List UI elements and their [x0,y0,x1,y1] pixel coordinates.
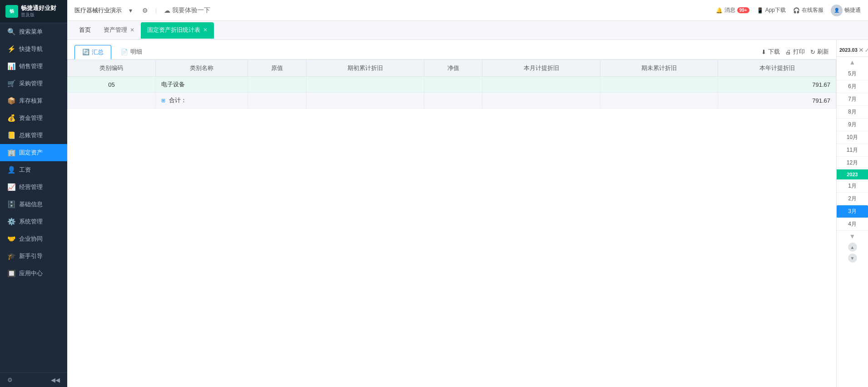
sidebar-item-payroll[interactable]: 👤 工资 [0,161,67,179]
notifications-btn[interactable]: 🔔 消息 99+ [716,6,749,14]
book-icon: 📒 [7,131,15,139]
tab-depreciation-report[interactable]: 固定资产折旧统计表 ✕ [141,22,214,39]
row-acc-dep [306,77,424,93]
panel-close-btn[interactable]: ✕ [858,46,864,54]
app-title: 畅捷通好业财 [21,5,56,12]
sidebar-item-enterprise[interactable]: 🤝 企业协同 [0,230,67,248]
month-6[interactable]: 6月 [837,80,868,93]
panel-circle-up-btn[interactable]: ▲ [848,243,857,252]
total-annual: 791.67 [718,93,836,109]
panel-scroll-up-btn[interactable]: ▲ [848,57,858,68]
document-icon: 📄 [121,49,128,55]
panel-circle-down-btn[interactable]: ▼ [848,253,857,263]
sidebar-item-label: 经营管理 [19,183,43,191]
sidebar-item-quick-nav[interactable]: ⚡ 快捷导航 [0,40,67,58]
collapse-icon[interactable]: ◀◀ [51,377,60,383]
panel-scroll-down-btn[interactable]: ▼ [848,231,858,242]
sidebar: 畅 畅捷通好业财 普及版 🔍 搜索菜单 ⚡ 快捷导航 📊 销售管理 🛒 采购管理… [0,0,67,387]
panel-expand-btn[interactable]: ⤢ [865,47,868,53]
sub-tab-detail[interactable]: 📄 明细 [113,45,150,59]
company-dropdown-btn[interactable]: ▾ [126,5,135,16]
sidebar-item-label: 应用中心 [19,269,43,278]
row-net [424,77,482,93]
building-icon: 🏢 [7,149,15,157]
print-icon: 🖨 [785,49,791,55]
sidebar-item-label: 系统管理 [19,218,43,226]
sidebar-item-ledger[interactable]: 📒 总账管理 [0,127,67,144]
refresh-icon: 🔄 [82,49,89,55]
divider: | [155,7,157,14]
total-label: ⊞ 合计： [155,93,248,109]
download-btn[interactable]: ⬇ 下载 [761,48,780,56]
col-header-acc-dep: 期初累计折旧 [306,60,424,77]
col-header-original: 原值 [248,60,306,77]
cart-icon: 🛒 [7,79,15,88]
sidebar-item-sales[interactable]: 📊 销售管理 [0,58,67,75]
refresh-btn[interactable]: ↻ 刷新 [810,48,829,56]
settings-btn[interactable]: ⚙ [139,5,151,16]
col-header-annual: 本年计提折旧 [718,60,836,77]
sub-tabs: 🔄 汇总 📄 明细 [74,45,150,59]
sidebar-item-fixed-assets[interactable]: 🏢 固定资产 [0,144,67,161]
month-2[interactable]: 2月 [837,193,868,205]
experience-btn[interactable]: ☁ 我要体验一下 [161,5,213,16]
row-end-acc [600,77,718,93]
app-download-btn[interactable]: 📱 App下载 [757,6,786,14]
total-net [424,93,482,109]
side-panel: 2023.03 ✕ ⤢ ▲ 5月 6月 7月 8月 9月 10月 11月 12月… [836,40,868,387]
month-9[interactable]: 9月 [837,119,868,131]
close-tab-depreciation[interactable]: ✕ [203,27,208,33]
sidebar-item-purchase[interactable]: 🛒 采购管理 [0,75,67,92]
month-7[interactable]: 7月 [837,93,868,106]
sidebar-item-search[interactable]: 🔍 搜索菜单 [0,23,67,40]
lightning-icon: ⚡ [7,45,15,53]
database-icon: 🗄️ [7,200,15,208]
chart-icon: 📊 [7,62,15,70]
sub-tab-summary[interactable]: 🔄 汇总 [74,45,111,60]
user-profile-btn[interactable]: 👤 畅捷通 [831,5,861,16]
money-icon: 💰 [7,114,15,122]
search-icon: 🔍 [7,28,15,36]
month-12[interactable]: 12月 [837,157,868,169]
month-5[interactable]: 5月 [837,68,868,80]
print-btn[interactable]: 🖨 打印 [785,48,805,56]
tabbar: 首页 资产管理 ✕ 固定资产折旧统计表 ✕ [67,21,868,40]
month-11[interactable]: 11月 [837,144,868,157]
sidebar-item-basics[interactable]: 🗄️ 基础信息 [0,196,67,213]
total-icon: ⊞ [161,98,165,103]
sidebar-item-label: 销售管理 [19,62,43,70]
month-4[interactable]: 4月 [837,218,868,231]
sidebar-item-system[interactable]: ⚙️ 系统管理 [0,213,67,230]
sub-tabbar: 🔄 汇总 📄 明细 ⬇ 下载 🖨 打印 [67,40,836,60]
col-header-code: 类别编码 [68,60,156,77]
notifications-badge: 99+ [737,7,749,13]
sidebar-item-inventory[interactable]: 📦 库存核算 [0,92,67,109]
month-3[interactable]: 3月 [837,205,868,218]
total-original [248,93,306,109]
sidebar-item-label: 搜索菜单 [19,28,43,36]
settings-icon[interactable]: ⚙ [7,377,13,383]
sidebar-item-finance[interactable]: 💰 资金管理 [0,109,67,127]
page-content: 🔄 汇总 📄 明细 ⬇ 下载 🖨 打印 [67,40,836,387]
tab-asset-manage[interactable]: 资产管理 ✕ [97,22,141,39]
total-monthly [482,93,600,109]
total-empty [68,93,156,109]
month-8[interactable]: 8月 [837,106,868,119]
toolbar-right: ⬇ 下载 🖨 打印 ↻ 刷新 [761,48,829,56]
sidebar-item-apps[interactable]: 🔲 应用中心 [0,265,67,282]
graduation-icon: 🎓 [7,252,15,260]
sidebar-item-label: 基础信息 [19,200,43,208]
sidebar-item-label: 工资 [19,166,31,174]
row-name: 电子设备 [155,77,248,93]
bell-icon: 🔔 [716,7,723,14]
sidebar-item-operations[interactable]: 📈 经营管理 [0,179,67,196]
online-service-btn[interactable]: 🎧 在线客服 [793,6,823,14]
month-1[interactable]: 1月 [837,180,868,193]
month-10[interactable]: 10月 [837,131,868,144]
tab-home[interactable]: 首页 [73,22,97,39]
panel-header: 2023.03 ✕ ⤢ [837,44,868,57]
sidebar-item-guide[interactable]: 🎓 新手引导 [0,248,67,265]
sidebar-item-label: 企业协同 [19,235,43,243]
topbar: 医疗器械行业演示 ▾ ⚙ | ☁ 我要体验一下 🔔 消息 99+ 📱 App下载… [67,0,868,21]
close-tab-asset-manage[interactable]: ✕ [130,27,134,33]
